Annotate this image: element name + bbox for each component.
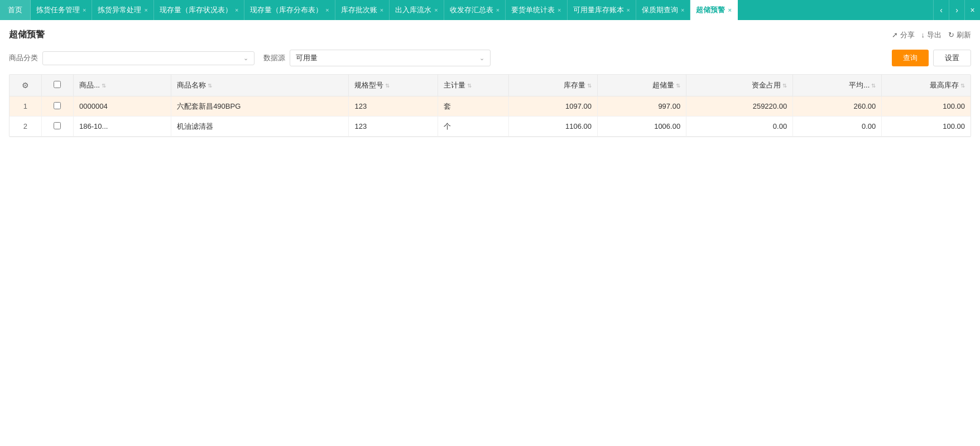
th-avg-label: 平均...	[849, 80, 869, 90]
nav-tab-close-3[interactable]: ×	[325, 7, 329, 13]
nav-tab-close-8[interactable]: ×	[627, 7, 630, 13]
table-header-row: ⚙ 商品... ⇅ 商品名称 ⇅	[9, 75, 971, 96]
share-button[interactable]: ➚ 分享	[892, 30, 915, 40]
row-checkbox-1[interactable]	[54, 122, 61, 129]
sort-icon-capital: ⇅	[782, 83, 787, 89]
th-avg: 平均... ⇅	[793, 75, 882, 96]
th-capital-label: 资金占用	[752, 80, 781, 90]
sort-icon-stock: ⇅	[587, 83, 592, 89]
th-spec: 规格型号 ⇅	[349, 75, 438, 96]
nav-tab-9[interactable]: 保质期查询×	[636, 0, 690, 20]
nav-tab-label-3: 现存量（库存分布表）	[250, 6, 323, 15]
top-navigation: 首页 拣货任务管理×拣货异常处理×现存量（库存状况表）×现存量（库存分布表）×库…	[0, 0, 980, 20]
nav-tab-close-10[interactable]: ×	[728, 7, 731, 13]
sort-icon-overstock: ⇅	[676, 83, 680, 89]
datasource-label: 数据源	[263, 53, 285, 63]
th-product-name-label: 商品名称	[177, 80, 206, 90]
nav-tab-label-9: 保质期查询	[642, 6, 678, 15]
nav-tab-close-5[interactable]: ×	[434, 7, 438, 13]
td-maxstock-0: 100.00	[882, 96, 971, 117]
td-index-1: 2	[9, 117, 41, 137]
nav-next-btn[interactable]: ›	[949, 0, 964, 20]
page-title: 超储预警	[9, 29, 45, 41]
nav-tab-0[interactable]: 拣货任务管理×	[31, 0, 92, 20]
td-unit-0: 套	[438, 96, 508, 117]
td-maxstock-1: 100.00	[882, 117, 971, 137]
td-checkbox-0	[41, 96, 73, 117]
nav-prev-btn[interactable]: ‹	[933, 0, 949, 20]
nav-tab-close-2[interactable]: ×	[235, 7, 238, 13]
td-stock-0: 1097.00	[508, 96, 597, 117]
select-all-checkbox[interactable]	[54, 81, 61, 88]
td-product-code-1: 186-10...	[74, 117, 171, 137]
td-spec-1: 123	[349, 117, 438, 137]
th-capital: 资金占用 ⇅	[686, 75, 793, 96]
nav-tab-2[interactable]: 现存量（库存状况表）×	[154, 0, 244, 20]
th-settings: ⚙	[9, 75, 41, 96]
th-product-name: 商品名称 ⇅	[171, 75, 349, 96]
nav-tab-8[interactable]: 可用量库存账本×	[568, 0, 636, 20]
chevron-down-icon: ⌄	[243, 55, 248, 62]
th-stock: 库存量 ⇅	[508, 75, 597, 96]
query-button[interactable]: 查询	[892, 50, 929, 66]
nav-tab-7[interactable]: 要货单统计表×	[506, 0, 567, 20]
datasource-filter: 数据源 可用量 ⌄	[263, 50, 491, 66]
th-maxstock: 最高库存 ⇅	[882, 75, 971, 96]
settings-button[interactable]: 设置	[933, 50, 971, 66]
th-unit-label: 主计量	[444, 80, 465, 90]
nav-tab-3[interactable]: 现存量（库存分布表）×	[244, 0, 335, 20]
product-category-label: 商品分类	[9, 53, 38, 63]
td-capital-0: 259220.00	[686, 96, 793, 117]
nav-tab-5[interactable]: 出入库流水×	[390, 0, 444, 20]
td-spec-0: 123	[349, 96, 438, 117]
td-product-code-0: 0000004	[74, 96, 171, 117]
td-capital-1: 0.00	[686, 117, 793, 137]
sort-icon-product-code: ⇅	[102, 83, 106, 89]
share-icon: ➚	[892, 31, 898, 39]
export-label: 导出	[927, 30, 941, 40]
filter-row: 商品分类 ⌄ 数据源 可用量 ⌄ 查询 设置	[9, 50, 971, 66]
th-overstock: 超储量 ⇅	[598, 75, 686, 96]
th-spec-label: 规格型号	[354, 80, 383, 90]
th-maxstock-label: 最高库存	[930, 80, 959, 90]
nav-tab-close-9[interactable]: ×	[681, 7, 684, 13]
nav-home[interactable]: 首页	[0, 0, 31, 20]
th-overstock-label: 超储量	[652, 80, 674, 90]
nav-tab-label-8: 可用量库存账本	[573, 6, 624, 15]
nav-tab-6[interactable]: 收发存汇总表×	[444, 0, 506, 20]
sort-icon-spec: ⇅	[385, 83, 390, 89]
th-product-code: 商品... ⇅	[74, 75, 171, 96]
row-checkbox-0[interactable]	[54, 102, 61, 109]
nav-arrows: ‹ › ×	[933, 0, 980, 20]
nav-tab-close-7[interactable]: ×	[558, 7, 561, 13]
product-category-select[interactable]: ⌄	[42, 51, 254, 65]
gear-icon[interactable]: ⚙	[22, 81, 29, 90]
nav-tab-1[interactable]: 拣货异常处理×	[92, 0, 153, 20]
nav-tab-close-0[interactable]: ×	[83, 7, 86, 13]
nav-tab-10[interactable]: 超储预警×	[690, 0, 737, 20]
datasource-select[interactable]: 可用量 ⌄	[290, 50, 491, 66]
nav-tab-close-1[interactable]: ×	[144, 7, 147, 13]
sort-icon-maxstock: ⇅	[960, 83, 965, 89]
nav-tab-label-0: 拣货任务管理	[36, 6, 80, 15]
chevron-down-icon-2: ⌄	[479, 55, 484, 62]
refresh-icon: ↻	[948, 31, 954, 39]
export-icon: ↓	[921, 31, 925, 39]
nav-tab-label-10: 超储预警	[696, 6, 725, 15]
nav-tab-label-7: 要货单统计表	[511, 6, 555, 15]
th-unit: 主计量 ⇅	[438, 75, 508, 96]
export-button[interactable]: ↓ 导出	[921, 30, 942, 40]
nav-tab-close-6[interactable]: ×	[496, 7, 499, 13]
td-stock-1: 1106.00	[508, 117, 597, 137]
nav-tab-close-4[interactable]: ×	[380, 7, 383, 13]
td-overstock-0: 997.00	[598, 96, 686, 117]
header-actions: ➚ 分享 ↓ 导出 ↻ 刷新	[892, 30, 972, 40]
refresh-button[interactable]: ↻ 刷新	[948, 30, 971, 40]
nav-home-label: 首页	[8, 5, 22, 15]
table-row: 2 186-10... 机油滤清器 123 个 1106.00 1006.00 …	[9, 117, 971, 137]
nav-close-btn[interactable]: ×	[964, 0, 980, 20]
td-product-name-0: 六配套新昌490BPG	[171, 96, 349, 117]
th-stock-label: 库存量	[564, 80, 585, 90]
share-label: 分享	[900, 30, 915, 40]
nav-tab-4[interactable]: 库存批次账×	[335, 0, 390, 20]
